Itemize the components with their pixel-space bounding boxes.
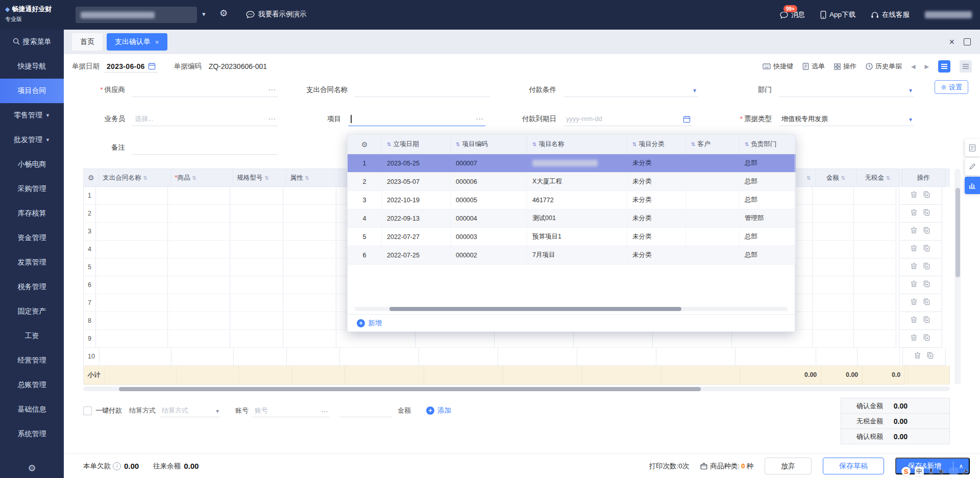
grid-cell[interactable]: [234, 348, 287, 366]
sidebar-item-6[interactable]: 小畅电商: [0, 152, 64, 177]
grid-cell[interactable]: [168, 312, 230, 330]
project-option-3[interactable]: 32022-10-19000005461772未分类总部: [348, 191, 795, 209]
account-input[interactable]: 账号 ⋯: [253, 404, 329, 417]
delete-row-icon[interactable]: [911, 280, 917, 290]
grid-cell[interactable]: [854, 241, 896, 258]
salesman-input[interactable]: 选择... ⋯: [132, 112, 278, 126]
grid-cell[interactable]: [283, 312, 336, 330]
shortcut-keys-button[interactable]: 快捷键: [763, 62, 793, 71]
sidebar-gear-icon[interactable]: ⚙: [0, 463, 64, 474]
copy-row-icon[interactable]: [927, 352, 934, 361]
invoice-type-select[interactable]: 增值税专用发票 ▾: [779, 112, 914, 126]
remark-input[interactable]: [132, 140, 278, 155]
grid-cell[interactable]: [168, 223, 230, 241]
grid-cell[interactable]: [96, 258, 168, 276]
fullscreen-icon[interactable]: [964, 38, 971, 45]
copy-row-icon[interactable]: [923, 227, 930, 236]
grid-cell[interactable]: [283, 205, 336, 223]
dropdown-col-header-6[interactable]: ⇅负责部门: [740, 135, 796, 154]
grid-cell[interactable]: [168, 241, 230, 258]
grid-cell[interactable]: [854, 312, 896, 330]
sidebar-item-2[interactable]: 快捷导航: [0, 54, 64, 79]
sidebar-item-1[interactable]: 搜索菜单: [0, 30, 64, 54]
add-project-button[interactable]: + 新增: [357, 319, 382, 328]
sidebar-item-14[interactable]: 经营管理: [0, 348, 64, 373]
grid-cell[interactable]: [168, 330, 230, 348]
due-date-calendar-icon[interactable]: [683, 115, 691, 123]
grid-col-header-1[interactable]: 支出合同名称⇅: [99, 169, 171, 187]
project-option-1[interactable]: 12023-05-25000007未分类总部: [348, 154, 795, 173]
supplier-picker-icon[interactable]: ⋯: [268, 85, 276, 94]
dropdown-col-header-3[interactable]: ⇅项目名称: [527, 135, 627, 154]
grid-cell[interactable]: [168, 294, 230, 312]
pick-order-button[interactable]: 选单: [802, 62, 825, 71]
sort-icon[interactable]: ⇅: [387, 141, 391, 147]
sort-icon[interactable]: ⇅: [745, 141, 749, 147]
sidebar-item-10[interactable]: 发票管理: [0, 250, 64, 275]
department-select[interactable]: ▾: [779, 83, 914, 97]
sidebar-item-3[interactable]: 项目合同: [0, 79, 64, 103]
grid-cell[interactable]: [283, 241, 336, 258]
grid-cell[interactable]: [168, 205, 230, 223]
edge-report-button[interactable]: [965, 139, 980, 156]
copy-row-icon[interactable]: [923, 298, 930, 307]
sort-icon[interactable]: ⇅: [305, 175, 309, 181]
sort-icon[interactable]: ⇅: [841, 175, 845, 181]
grid-cell[interactable]: [172, 348, 234, 366]
pay-amount-input[interactable]: [339, 404, 393, 417]
grid-cell[interactable]: [287, 348, 340, 366]
mic-icon[interactable]: [928, 468, 934, 475]
grid-cell[interactable]: [96, 294, 168, 312]
grid-cell[interactable]: [283, 276, 336, 294]
grid-cell[interactable]: [230, 276, 283, 294]
sidebar-item-8[interactable]: 库存核算: [0, 201, 64, 226]
account-set-chevron-icon[interactable]: ▾: [202, 10, 206, 18]
grid-cell[interactable]: [283, 294, 336, 312]
tray-wrench-icon[interactable]: [962, 468, 969, 475]
next-doc-icon[interactable]: ▶: [925, 63, 929, 70]
delete-row-icon[interactable]: [911, 262, 917, 272]
delete-row-icon[interactable]: [911, 334, 917, 343]
grid-cell[interactable]: [230, 312, 283, 330]
delete-row-icon[interactable]: [911, 298, 917, 307]
grid-cell[interactable]: [336, 330, 415, 348]
copy-row-icon[interactable]: [923, 245, 930, 254]
grid-cell[interactable]: [230, 258, 283, 276]
invoice-type-chevron-icon[interactable]: ▾: [909, 116, 912, 123]
grid-settings-gear-icon[interactable]: ⚙: [83, 169, 99, 187]
demo-link[interactable]: 我要看示例演示: [246, 10, 307, 19]
sort-icon[interactable]: ⇅: [632, 141, 636, 147]
project-option-4[interactable]: 42022-09-13000004测试001未分类管理部: [348, 209, 795, 228]
dropdown-col-header-5[interactable]: ⇅客户: [686, 135, 740, 154]
settle-method-chevron-icon[interactable]: ▾: [216, 408, 219, 415]
grid-cell[interactable]: [96, 223, 168, 241]
grid-cell[interactable]: [168, 187, 230, 205]
grid-cell[interactable]: [340, 348, 419, 366]
salesman-picker-icon[interactable]: ⋯: [268, 114, 276, 124]
ime-lang-icon[interactable]: 中: [915, 467, 924, 476]
pay-condition-chevron-icon[interactable]: ▾: [693, 87, 696, 94]
settings-button[interactable]: 设置: [935, 80, 968, 94]
tab-1[interactable]: 首页: [72, 33, 103, 51]
online-service-button[interactable]: 在线客服: [871, 10, 910, 19]
delete-row-icon[interactable]: [911, 316, 917, 325]
grid-cell[interactable]: [230, 241, 283, 258]
topbar-gear-icon[interactable]: ⚙: [219, 9, 228, 18]
copy-row-icon[interactable]: [923, 262, 930, 272]
delete-row-icon[interactable]: [911, 227, 917, 236]
sidebar-item-9[interactable]: 资金管理: [0, 226, 64, 250]
grid-cell[interactable]: [813, 241, 854, 258]
save-draft-button[interactable]: 保存草稿: [823, 458, 884, 474]
copy-row-icon[interactable]: [923, 334, 930, 343]
info-icon[interactable]: i: [113, 462, 121, 470]
grid-cell[interactable]: [653, 330, 732, 348]
edge-chart-button[interactable]: [965, 177, 980, 194]
grid-cell[interactable]: [96, 205, 168, 223]
list-view-toggle[interactable]: [938, 60, 950, 73]
grid-cell[interactable]: [736, 348, 816, 366]
copy-row-icon[interactable]: [923, 191, 930, 200]
grid-cell[interactable]: [283, 258, 336, 276]
dropdown-col-header-4[interactable]: ⇅项目分类: [627, 135, 686, 154]
discard-button[interactable]: 放弃: [765, 458, 812, 474]
grid-cell[interactable]: [96, 241, 168, 258]
